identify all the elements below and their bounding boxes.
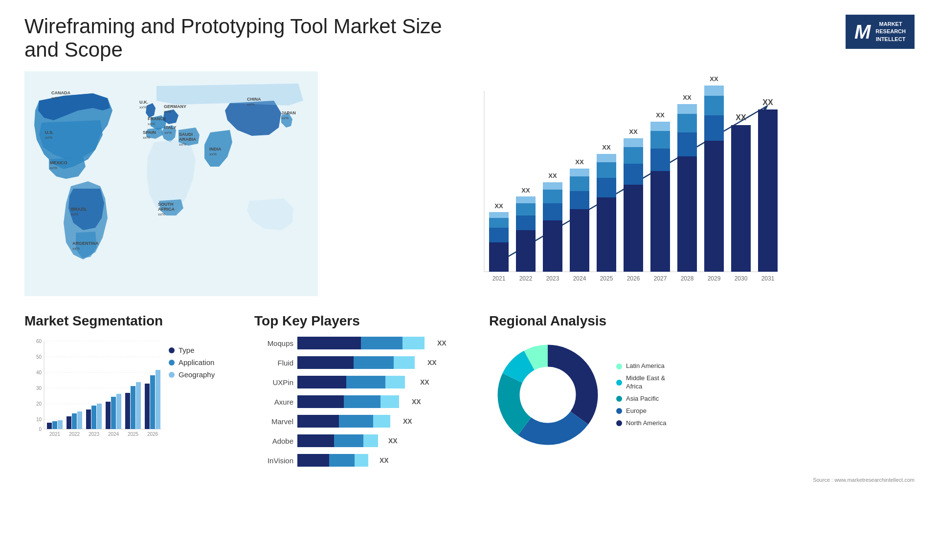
- player-name-moqups: Moqups: [254, 339, 293, 347]
- svg-rect-16: [543, 203, 562, 220]
- germany-value: xx%: [164, 109, 171, 114]
- svg-text:30: 30: [36, 386, 42, 391]
- svg-rect-91: [116, 394, 121, 429]
- svg-rect-21: [570, 191, 589, 209]
- player-bar-adobe: XX: [297, 434, 470, 448]
- legend-middle-east-label: Middle East &Africa: [626, 374, 665, 391]
- brazil-value: xx%: [71, 212, 78, 216]
- player-bar-fluid: XX: [297, 356, 470, 369]
- svg-rect-25: [597, 197, 616, 272]
- svg-rect-32: [624, 147, 643, 164]
- logo-text: MARKETRESEARCHINTELLECT: [875, 21, 906, 43]
- saudi-label: SAUDI: [179, 132, 193, 137]
- svg-text:2025: 2025: [128, 431, 139, 437]
- saudi-value: xx%: [179, 142, 186, 147]
- italy-label: ITALY: [164, 125, 177, 130]
- svg-rect-6: [489, 228, 509, 242]
- svg-rect-31: [624, 164, 643, 185]
- svg-text:10: 10: [36, 417, 42, 422]
- svg-text:2030: 2030: [735, 275, 748, 282]
- legend-middle-east: Middle East &Africa: [616, 374, 666, 391]
- logo-m-icon: M: [854, 21, 871, 43]
- china-label: CHINA: [247, 97, 261, 102]
- svg-text:2023: 2023: [546, 275, 559, 282]
- regional-title: Regional Analysis: [489, 313, 915, 329]
- svg-text:20: 20: [36, 401, 42, 407]
- svg-rect-37: [650, 131, 670, 149]
- player-bar-axure: XX: [297, 395, 470, 409]
- svg-rect-97: [156, 370, 160, 429]
- svg-rect-11: [516, 215, 536, 230]
- svg-text:2026: 2026: [147, 431, 158, 437]
- svg-rect-95: [145, 384, 150, 429]
- player-name-fluid: Fluid: [254, 359, 293, 367]
- legend-asia-pacific-dot: [616, 396, 622, 402]
- svg-text:XX: XX: [629, 128, 638, 135]
- france-label: FRANCE: [148, 116, 166, 121]
- svg-text:XX: XX: [762, 98, 773, 107]
- mexico-value: xx%: [50, 166, 57, 170]
- player-xx-uxpin: XX: [420, 378, 429, 386]
- svg-rect-83: [67, 416, 71, 429]
- svg-rect-45: [704, 141, 724, 272]
- legend-asia-pacific: Asia Pacific: [616, 395, 666, 403]
- svg-text:XX: XX: [521, 187, 530, 194]
- svg-text:2023: 2023: [89, 431, 100, 437]
- svg-text:50: 50: [36, 354, 42, 360]
- segmentation-chart-svg: 60 50 40 30 20 10 0: [24, 336, 161, 449]
- svg-text:2022: 2022: [519, 275, 533, 282]
- legend-north-america-label: North America: [626, 419, 666, 428]
- svg-rect-88: [97, 404, 102, 429]
- svg-rect-86: [86, 409, 91, 429]
- player-name-invision: InVision: [254, 456, 293, 465]
- svg-rect-82: [58, 420, 63, 429]
- svg-text:XX: XX: [494, 202, 503, 210]
- svg-text:2026: 2026: [627, 275, 640, 282]
- key-players-section: Top Key Players Moqups XX: [249, 313, 474, 473]
- donut-legend: Latin America Middle East &Africa Asia P…: [616, 362, 666, 427]
- canada-label: CANADA: [51, 90, 70, 95]
- southafrica-value: xx%: [158, 212, 165, 216]
- key-players-title: Top Key Players: [254, 313, 470, 329]
- canada-value: xx%: [51, 96, 59, 100]
- legend-asia-pacific-label: Asia Pacific: [626, 395, 659, 403]
- legend-latin-america: Latin America: [616, 362, 666, 370]
- player-name-uxpin: UXPin: [254, 378, 293, 387]
- player-name-marvel: Marvel: [254, 417, 293, 426]
- france-value: xx%: [148, 122, 155, 126]
- legend-application-label: Application: [179, 358, 214, 366]
- legend-type-label: Type: [179, 346, 195, 354]
- svg-rect-20: [570, 209, 589, 272]
- segmentation-title: Market Segmentation: [24, 313, 235, 329]
- japan-label: JAPAN: [281, 110, 296, 115]
- svg-rect-18: [543, 182, 562, 190]
- player-xx-invision: XX: [380, 456, 389, 464]
- svg-text:XX: XX: [736, 113, 746, 122]
- svg-rect-96: [150, 375, 155, 429]
- svg-rect-81: [52, 421, 57, 429]
- us-label: U.S.: [45, 130, 54, 135]
- players-list: Moqups XX Fluid: [254, 336, 470, 467]
- svg-rect-40: [677, 156, 697, 272]
- svg-rect-92: [125, 393, 130, 429]
- svg-text:2024: 2024: [108, 431, 119, 437]
- logo-box: M MARKETRESEARCHINTELLECT: [846, 15, 915, 49]
- svg-rect-35: [650, 171, 670, 272]
- svg-rect-85: [77, 411, 82, 429]
- svg-text:40: 40: [36, 370, 42, 375]
- india-value: xx%: [209, 152, 217, 156]
- uk-label: U.K.: [139, 100, 148, 105]
- svg-rect-7: [489, 218, 509, 228]
- player-xx-marvel: XX: [403, 417, 412, 425]
- svg-rect-28: [597, 154, 616, 162]
- legend-type: Type: [169, 346, 215, 354]
- player-xx-adobe: XX: [388, 437, 398, 445]
- svg-rect-89: [106, 402, 111, 429]
- regional-analysis-section: Regional Analysis: [489, 313, 915, 473]
- market-segmentation-section: Market Segmentation 60: [24, 313, 235, 473]
- svg-text:XX: XX: [548, 172, 557, 179]
- legend-europe-label: Europe: [626, 407, 647, 415]
- italy-value: xx%: [164, 130, 172, 135]
- svg-rect-38: [650, 122, 670, 131]
- svg-text:XX: XX: [710, 76, 718, 83]
